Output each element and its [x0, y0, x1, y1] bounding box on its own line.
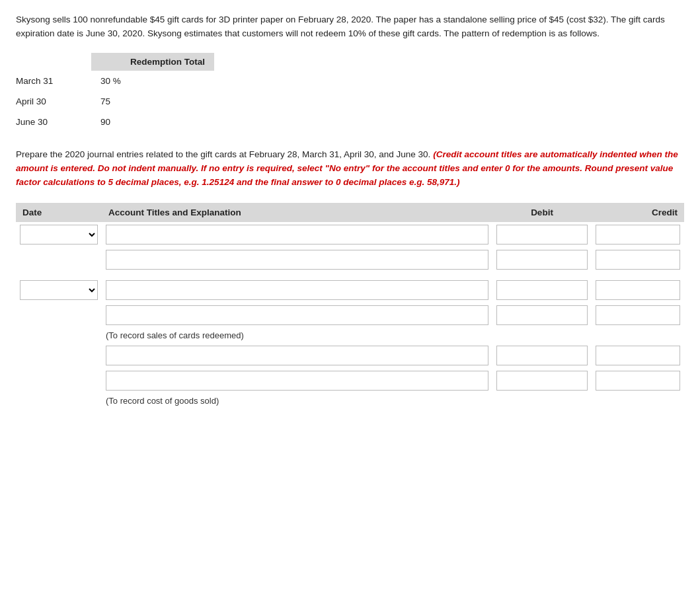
credit-cell-2a[interactable]: [592, 278, 684, 303]
credit-cell-1a[interactable]: [592, 222, 684, 247]
date-cell-1b: [16, 247, 102, 272]
journal-row-2b: [16, 303, 684, 328]
account-cell-2b[interactable]: [102, 303, 492, 328]
account-input-2b[interactable]: [106, 305, 488, 325]
date-select-2[interactable]: [20, 280, 98, 300]
sales-note: (To record sales of cards redeemed): [106, 326, 244, 344]
date-select-1[interactable]: [20, 225, 98, 245]
debit-input-1a[interactable]: [496, 225, 588, 245]
redemption-table: Redemption Total March 31 30 % April 30 …: [16, 53, 214, 132]
note-row-sales: (To record sales of cards redeemed): [16, 328, 684, 343]
redemption-date-march: March 31: [16, 71, 91, 91]
account-cell-3b[interactable]: [102, 368, 492, 393]
credit-input-3b[interactable]: [596, 371, 680, 391]
debit-cell-3a[interactable]: [492, 343, 592, 368]
col-header-debit: Debit: [492, 203, 592, 222]
credit-cell-1b[interactable]: [592, 247, 684, 272]
debit-input-3b[interactable]: [496, 371, 588, 391]
redemption-header: Redemption Total: [91, 53, 214, 71]
debit-input-2a[interactable]: [496, 280, 588, 300]
credit-cell-3b[interactable]: [592, 368, 684, 393]
account-input-3b[interactable]: [106, 371, 488, 391]
redemption-value-march: 30 %: [91, 71, 214, 91]
debit-cell-1b[interactable]: [492, 247, 592, 272]
journal-row-1b: [16, 247, 684, 272]
intro-paragraph: Skysong sells 100 nonrefundable $45 gift…: [16, 13, 684, 41]
credit-input-1b[interactable]: [596, 250, 680, 270]
redemption-row-march: March 31 30 %: [16, 71, 214, 91]
credit-input-1a[interactable]: [596, 225, 680, 245]
instruction-prefix: Prepare the 2020 journal entries related…: [16, 149, 430, 159]
debit-input-3a[interactable]: [496, 346, 588, 365]
instruction-paragraph: Prepare the 2020 journal entries related…: [16, 148, 684, 190]
journal-row-3a: [16, 343, 684, 368]
redemption-date-june: June 30: [16, 112, 91, 132]
date-cell-3a: [16, 343, 102, 368]
redemption-row-april: April 30 75: [16, 91, 214, 112]
debit-input-1b[interactable]: [496, 250, 588, 270]
redemption-value-april: 75: [91, 91, 214, 112]
journal-row-2a: [16, 278, 684, 303]
date-cell-1[interactable]: [16, 222, 102, 247]
account-input-2a[interactable]: [106, 280, 488, 300]
date-cell-3b: [16, 368, 102, 393]
redemption-row-june: June 30 90: [16, 112, 214, 132]
account-cell-2a[interactable]: [102, 278, 492, 303]
account-input-1a[interactable]: [106, 225, 488, 245]
journal-row-1a: [16, 222, 684, 247]
debit-cell-3b[interactable]: [492, 368, 592, 393]
note-row-cogs: (To record cost of goods sold): [16, 393, 684, 408]
credit-input-2b[interactable]: [596, 305, 680, 325]
account-input-1b[interactable]: [106, 250, 488, 270]
col-header-date: Date: [16, 203, 102, 222]
account-input-3a[interactable]: [106, 346, 488, 365]
debit-cell-2b[interactable]: [492, 303, 592, 328]
credit-input-2a[interactable]: [596, 280, 680, 300]
debit-cell-1a[interactable]: [492, 222, 592, 247]
credit-input-3a[interactable]: [596, 346, 680, 365]
redemption-value-june: 90: [91, 112, 214, 132]
credit-cell-3a[interactable]: [592, 343, 684, 368]
redemption-date-april: April 30: [16, 91, 91, 112]
col-header-credit: Credit: [592, 203, 684, 222]
spacer-1: [16, 272, 684, 278]
debit-cell-2a[interactable]: [492, 278, 592, 303]
date-cell-2b: [16, 303, 102, 328]
account-cell-3a[interactable]: [102, 343, 492, 368]
cogs-note: (To record cost of goods sold): [106, 392, 219, 410]
journal-row-3b: [16, 368, 684, 393]
debit-input-2b[interactable]: [496, 305, 588, 325]
account-cell-1b[interactable]: [102, 247, 492, 272]
col-header-account: Account Titles and Explanation: [102, 203, 492, 222]
date-cell-2[interactable]: [16, 278, 102, 303]
account-cell-1a[interactable]: [102, 222, 492, 247]
credit-cell-2b[interactable]: [592, 303, 684, 328]
journal-table: Date Account Titles and Explanation Debi…: [16, 203, 684, 408]
